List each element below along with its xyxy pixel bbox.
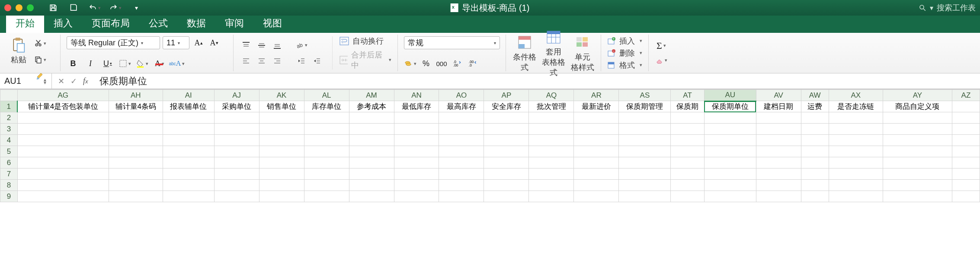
- row-header-1[interactable]: 1: [0, 101, 18, 112]
- bold-button[interactable]: B: [67, 57, 80, 70]
- cell-AP6[interactable]: [484, 157, 529, 168]
- cell-AX1[interactable]: 是否走冻链: [829, 101, 883, 112]
- border-button[interactable]: [118, 57, 131, 70]
- cell-AM4[interactable]: [349, 135, 394, 146]
- row-header-7[interactable]: 7: [0, 168, 18, 180]
- cell-AH3[interactable]: [109, 124, 163, 135]
- search-box[interactable]: ▾ 搜索工作表: [919, 3, 976, 13]
- namebox-stepper[interactable]: ▲▼: [43, 78, 47, 84]
- cell-AZ4[interactable]: [952, 135, 980, 146]
- cell-AG9[interactable]: [17, 191, 109, 202]
- cell-AR8[interactable]: [574, 180, 619, 191]
- cell-AM8[interactable]: [349, 180, 394, 191]
- cell-AT1[interactable]: 保质期: [671, 101, 704, 112]
- cell-AV1[interactable]: 建档日期: [756, 101, 801, 112]
- col-header-AP[interactable]: AP: [484, 90, 529, 101]
- cell-AZ1[interactable]: [952, 101, 980, 112]
- cell-AY3[interactable]: [883, 124, 952, 135]
- cell-AG2[interactable]: [17, 112, 109, 124]
- cell-AQ3[interactable]: [529, 124, 574, 135]
- cell-AW9[interactable]: [801, 191, 829, 202]
- cell-AQ2[interactable]: [529, 112, 574, 124]
- cell-AP9[interactable]: [484, 191, 529, 202]
- cell-AO7[interactable]: [439, 168, 484, 180]
- cell-AI9[interactable]: [163, 191, 214, 202]
- cell-AZ3[interactable]: [952, 124, 980, 135]
- cell-AR9[interactable]: [574, 191, 619, 202]
- align-left-button[interactable]: [240, 55, 253, 67]
- align-top-button[interactable]: [240, 39, 253, 51]
- cell-AO4[interactable]: [439, 135, 484, 146]
- cell-AW4[interactable]: [801, 135, 829, 146]
- cell-AV7[interactable]: [756, 168, 801, 180]
- qat-customize-button[interactable]: ▾: [130, 2, 143, 14]
- cell-AU2[interactable]: [704, 112, 756, 124]
- row-header-5[interactable]: 5: [0, 146, 18, 157]
- autosum-button[interactable]: Σ: [655, 40, 668, 52]
- cell-AJ6[interactable]: [214, 157, 259, 168]
- tab-插入[interactable]: 插入: [44, 13, 82, 33]
- select-all-corner[interactable]: [0, 90, 18, 101]
- cell-AS9[interactable]: [619, 191, 671, 202]
- cell-AP1[interactable]: 安全库存: [484, 101, 529, 112]
- tab-开始[interactable]: 开始: [6, 13, 44, 33]
- cell-AM9[interactable]: [349, 191, 394, 202]
- cell-AG4[interactable]: [17, 135, 109, 146]
- cell-AV2[interactable]: [756, 112, 801, 124]
- cell-AG6[interactable]: [17, 157, 109, 168]
- cell-AR6[interactable]: [574, 157, 619, 168]
- percent-button[interactable]: %: [420, 57, 432, 70]
- cell-AV8[interactable]: [756, 180, 801, 191]
- cell-AI7[interactable]: [163, 168, 214, 180]
- cell-AS4[interactable]: [619, 135, 671, 146]
- cell-AO9[interactable]: [439, 191, 484, 202]
- cell-AT4[interactable]: [671, 135, 704, 146]
- cell-AS7[interactable]: [619, 168, 671, 180]
- format-cells-button[interactable]: 格式: [607, 60, 642, 70]
- conditional-formatting-button[interactable]: 条件格式: [512, 34, 537, 73]
- cell-AX5[interactable]: [829, 146, 883, 157]
- cell-AU7[interactable]: [704, 168, 756, 180]
- cell-AS5[interactable]: [619, 146, 671, 157]
- cell-AO1[interactable]: 最高库存: [439, 101, 484, 112]
- cell-AR4[interactable]: [574, 135, 619, 146]
- currency-button[interactable]: [404, 57, 417, 70]
- cell-AZ5[interactable]: [952, 146, 980, 157]
- cell-AW1[interactable]: 运费: [801, 101, 829, 112]
- cell-AV9[interactable]: [756, 191, 801, 202]
- cell-AW7[interactable]: [801, 168, 829, 180]
- cell-AV3[interactable]: [756, 124, 801, 135]
- cell-AX2[interactable]: [829, 112, 883, 124]
- cell-AJ8[interactable]: [214, 180, 259, 191]
- cell-AQ6[interactable]: [529, 157, 574, 168]
- paste-button[interactable]: 粘贴: [6, 36, 31, 65]
- cell-AX9[interactable]: [829, 191, 883, 202]
- cell-AK1[interactable]: 销售单位: [259, 101, 304, 112]
- align-middle-button[interactable]: [255, 39, 268, 51]
- cell-AT3[interactable]: [671, 124, 704, 135]
- cell-AP5[interactable]: [484, 146, 529, 157]
- cell-AY6[interactable]: [883, 157, 952, 168]
- cell-AU1[interactable]: 保质期单位: [704, 101, 756, 112]
- cell-AM3[interactable]: [349, 124, 394, 135]
- cell-AG1[interactable]: 辅计量4是否包装单位: [17, 101, 109, 112]
- cell-AK9[interactable]: [259, 191, 304, 202]
- cell-AO3[interactable]: [439, 124, 484, 135]
- cell-AN2[interactable]: [394, 112, 439, 124]
- cell-AN1[interactable]: 最低库存: [394, 101, 439, 112]
- cancel-formula-button[interactable]: ✕: [58, 76, 64, 86]
- cell-AT7[interactable]: [671, 168, 704, 180]
- cell-AN7[interactable]: [394, 168, 439, 180]
- decrease-font-button[interactable]: A▾: [208, 37, 221, 49]
- italic-button[interactable]: I: [84, 57, 97, 70]
- row-header-2[interactable]: 2: [0, 112, 18, 124]
- cell-AO6[interactable]: [439, 157, 484, 168]
- cell-AY7[interactable]: [883, 168, 952, 180]
- cell-AT6[interactable]: [671, 157, 704, 168]
- format-as-table-button[interactable]: 套用 表格格式: [541, 29, 566, 78]
- cell-AH4[interactable]: [109, 135, 163, 146]
- cell-AS1[interactable]: 保质期管理: [619, 101, 671, 112]
- cell-AJ7[interactable]: [214, 168, 259, 180]
- cell-AS2[interactable]: [619, 112, 671, 124]
- cell-AI3[interactable]: [163, 124, 214, 135]
